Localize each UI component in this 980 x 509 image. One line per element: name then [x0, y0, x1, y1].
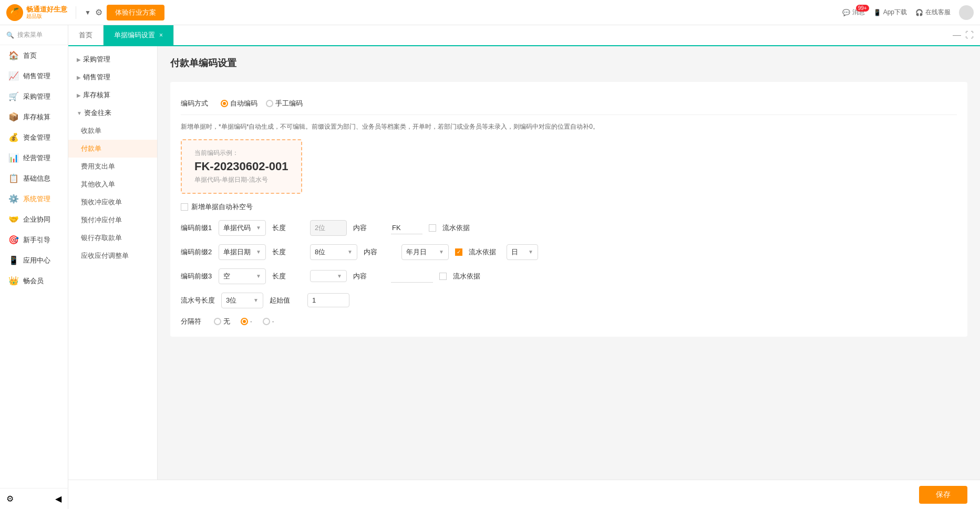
sidebar-item-home[interactable]: 🏠 首页 [0, 45, 68, 66]
sep-none-label: 无 [223, 317, 230, 326]
content2-select[interactable]: 年月日 ▼ [401, 244, 449, 260]
serial-length-label: 流水号长度 [181, 296, 215, 305]
prefix3-value: 空 [223, 272, 230, 281]
config-row-1: 编码前缀1 单据代码 ▼ 长度 2位 内容 流水依据 [181, 220, 957, 236]
sidebar-item-sales-label: 销售管理 [23, 71, 50, 81]
menu-group-sales-label: 销售管理 [83, 72, 110, 82]
serial2-period-select[interactable]: 日 ▼ [507, 244, 538, 260]
menu-item-fukuan[interactable]: 付款单 [68, 140, 157, 158]
save-button[interactable]: 保存 [919, 486, 967, 504]
length3-select[interactable]: ▼ [310, 270, 347, 282]
sidebar-item-sales[interactable]: 📈 销售管理 [0, 66, 68, 86]
menu-item-yinhang-label: 银行存取款单 [81, 234, 122, 242]
radio-auto-dot [221, 100, 228, 107]
form-area: 付款单编码设置 编码方式 自动编码 手工编码 [158, 46, 980, 480]
serial-length-row: 流水号长度 3位 ▼ 起始值 [181, 293, 957, 308]
sidebar-item-member-label: 畅会员 [23, 276, 44, 286]
sep-option-dot2[interactable]: · [263, 317, 274, 325]
sidebar-item-home-label: 首页 [23, 51, 37, 60]
radio-auto[interactable]: 自动编码 [221, 99, 257, 108]
sidebar-item-inventory[interactable]: 📦 库存核算 [0, 107, 68, 127]
sep-option-dot1[interactable]: · [241, 317, 252, 325]
content1-input[interactable] [391, 222, 422, 234]
topbar-dropdown[interactable]: ▼ [85, 9, 91, 16]
sidebar-item-operations[interactable]: 📊 经营管理 [0, 148, 68, 168]
menu-item-yushou[interactable]: 预收冲应收单 [68, 193, 157, 211]
sidebar-item-appcenter-label: 应用中心 [23, 256, 50, 265]
tab-close-icon[interactable]: × [159, 32, 163, 39]
tab-home[interactable]: 首页 [68, 25, 104, 45]
avatar[interactable] [959, 5, 974, 20]
minimize-icon[interactable]: — [953, 30, 961, 40]
menu-item-feiyong[interactable]: 费用支出单 [68, 158, 157, 175]
menu-item-qita-label: 其他收入单 [81, 180, 115, 188]
left-menu: ▶ 采购管理 ▶ 销售管理 ▶ 库存核算 ▼ 资金往来 收款单 [68, 46, 158, 480]
serial2-checkbox[interactable]: ✓ [455, 248, 462, 256]
sep-none-dot [214, 318, 221, 325]
sidebar-item-newguide[interactable]: 🎯 新手引导 [0, 230, 68, 250]
length3-arrow-icon: ▼ [337, 273, 342, 279]
sidebar-search[interactable]: 🔍 搜索菜单 [0, 25, 68, 45]
length2-select[interactable]: 8位 ▼ [310, 244, 357, 260]
menu-item-shoukuan-label: 收款单 [81, 127, 101, 134]
search-icon: 🔍 [6, 32, 14, 39]
sidebar-item-purchase[interactable]: 🛒 采购管理 [0, 86, 68, 107]
content3-input[interactable] [391, 270, 433, 283]
menu-item-feiyong-label: 费用支出单 [81, 162, 115, 170]
menu-item-yushou-label: 预收冲应收单 [81, 198, 122, 206]
menu-group-finance[interactable]: ▼ 资金往来 [68, 104, 157, 122]
menu-group-sales[interactable]: ▶ 销售管理 [68, 68, 157, 86]
tab-settings[interactable]: 单据编码设置 × [104, 25, 174, 45]
length1-value: 2位 [315, 223, 325, 233]
start-value-input[interactable] [307, 293, 349, 307]
sidebar-item-member[interactable]: 👑 畅会员 [0, 271, 68, 291]
sidebar-collapse-icon[interactable]: ◀ [55, 494, 61, 504]
sidebar-item-enterprise-label: 企业协同 [23, 215, 50, 224]
preview-box: 当前编码示例： FK-20230602-001 单据代码-单据日期-流水号 [181, 139, 302, 194]
serial1-checkbox[interactable] [429, 224, 436, 232]
menu-item-shoukuan[interactable]: 收款单 [68, 122, 157, 140]
radio-manual[interactable]: 手工编码 [266, 99, 303, 108]
app-download-item[interactable]: 📱 App下载 [873, 8, 907, 17]
sep-dot2-label: · [272, 317, 274, 325]
app-download-label: App下载 [883, 8, 907, 17]
serial3-checkbox[interactable] [439, 273, 447, 280]
menu-group-purchase[interactable]: ▶ 采购管理 [68, 50, 157, 68]
sidebar-item-finance[interactable]: 💰 资金管理 [0, 127, 68, 148]
topbar-left: 🍊 畅通道好生意 超品版 ▼ ⚙ 体验行业方案 [6, 4, 164, 21]
sidebar-settings-icon[interactable]: ⚙ [6, 494, 14, 504]
sidebar-item-system[interactable]: ⚙️ 系统管理 [0, 189, 68, 209]
sep-dot2-dot [263, 318, 270, 325]
messages-icon: 💬 [842, 9, 850, 16]
menu-item-qita[interactable]: 其他收入单 [68, 175, 157, 193]
customer-service-item[interactable]: 🎧 在线客服 [915, 8, 951, 17]
prefix3-arrow-icon: ▼ [256, 273, 261, 279]
sidebar-item-basic[interactable]: 📋 基础信息 [0, 168, 68, 189]
prefix1-select[interactable]: 单据代码 ▼ [219, 220, 266, 236]
prefix3-select[interactable]: 空 ▼ [219, 268, 266, 284]
home-icon: 🏠 [8, 50, 19, 60]
messages-badge: 99+ [856, 5, 869, 12]
arrow-right-icon-3: ▶ [77, 92, 81, 98]
system-icon: ⚙️ [8, 194, 19, 204]
sep-option-none[interactable]: 无 [214, 317, 230, 326]
auto-fill-checkbox[interactable] [181, 203, 188, 211]
menu-group-inventory[interactable]: ▶ 库存核算 [68, 86, 157, 104]
sidebar-item-appcenter[interactable]: 📱 应用中心 [0, 250, 68, 271]
menu-item-yingshou[interactable]: 应收应付调整单 [68, 247, 157, 265]
prefix2-select[interactable]: 单据日期 ▼ [219, 244, 266, 260]
customer-service-icon: 🎧 [915, 9, 923, 16]
maximize-icon[interactable]: ⛶ [965, 30, 974, 40]
sidebar-item-newguide-label: 新手引导 [23, 235, 50, 245]
menu-item-yufu[interactable]: 预付冲应付单 [68, 211, 157, 229]
arrow-right-icon: ▶ [77, 57, 81, 63]
radio-manual-label: 手工编码 [275, 99, 303, 108]
settings-icon[interactable]: ⚙ [95, 7, 102, 17]
menu-item-yinhang[interactable]: 银行存取款单 [68, 229, 157, 247]
brand-name: 畅通道好生意 [26, 5, 67, 14]
serial3-label: 流水依据 [453, 272, 484, 281]
messages-item[interactable]: 💬 消息 99+ [842, 8, 865, 17]
serial-length-select[interactable]: 3位 ▼ [221, 293, 263, 308]
sidebar-item-enterprise[interactable]: 🤝 企业协同 [0, 209, 68, 230]
experience-btn[interactable]: 体验行业方案 [107, 5, 164, 20]
